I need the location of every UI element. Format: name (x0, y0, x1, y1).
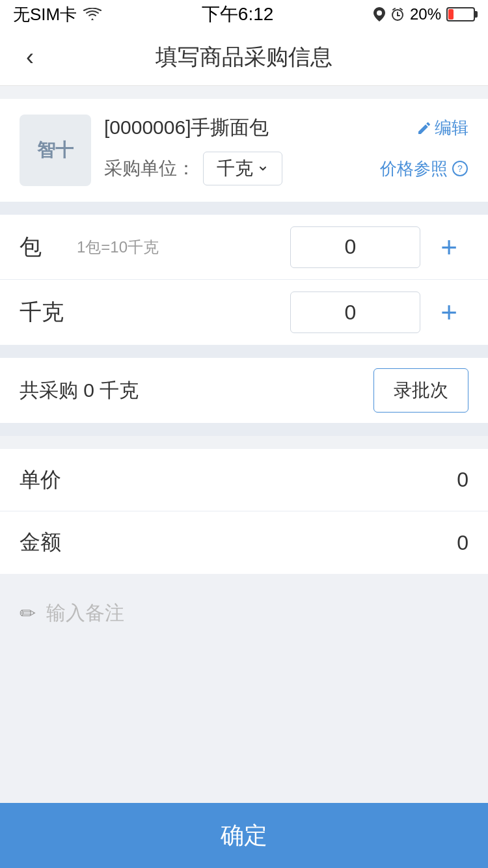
edit-button[interactable]: 编辑 (416, 116, 468, 139)
unit-price-label: 单价 (20, 466, 61, 495)
batch-button[interactable]: 录批次 (373, 368, 468, 413)
pack-sublabel: 1包=10千克 (77, 237, 159, 258)
confirm-button-label: 确定 (221, 820, 267, 852)
amount-value: 0 (457, 531, 468, 555)
info-icon: ? (452, 160, 468, 177)
pack-label: 包 (20, 232, 72, 262)
unit-price-row: 单价 0 (0, 449, 488, 511)
amount-row: 金额 0 (0, 511, 488, 574)
pencil-icon: ✏ (20, 602, 36, 625)
unit-label: 采购单位： (104, 156, 195, 181)
amount-label: 金额 (20, 528, 61, 557)
price-ref-button[interactable]: 价格参照 ? (380, 157, 468, 180)
unit-row: 采购单位： 千克 价格参照 ? (104, 152, 468, 185)
product-name-row: [0000006]手撕面包 编辑 (104, 115, 468, 141)
wifi-icon (83, 8, 102, 21)
kg-label: 千克 (20, 297, 72, 327)
summary-section: 共采购 0 千克 录批次 (0, 358, 488, 423)
section-divider-3 (0, 423, 488, 436)
status-left: 无SIM卡 (13, 3, 102, 26)
carrier-label: 无SIM卡 (13, 3, 77, 26)
page-title: 填写商品采购信息 (156, 42, 332, 72)
product-name: [0000006]手撕面包 (104, 115, 269, 141)
battery-label: 20% (410, 5, 441, 23)
edit-icon (416, 120, 432, 136)
svg-text:?: ? (457, 163, 463, 174)
product-info: [0000006]手撕面包 编辑 采购单位： 千克 价格参照 (104, 115, 468, 185)
status-time: 下午6:12 (202, 2, 274, 27)
kg-plus-button[interactable]: + (429, 293, 468, 332)
status-bar: 无SIM卡 下午6:12 20% (0, 0, 488, 29)
product-image: 智十 (20, 115, 91, 186)
battery-icon (446, 7, 475, 21)
summary-row: 共采购 0 千克 录批次 (0, 358, 488, 423)
kg-quantity-input[interactable] (290, 292, 420, 333)
unit-selector-area: 采购单位： 千克 (104, 152, 282, 185)
svg-point-0 (377, 10, 382, 16)
summary-text: 共采购 0 千克 (20, 377, 139, 404)
pack-quantity-input[interactable] (290, 226, 420, 268)
svg-line-5 (400, 8, 402, 10)
notes-section[interactable]: ✏ 输入备注 (0, 574, 488, 652)
location-icon (373, 7, 385, 21)
section-divider-2 (0, 345, 488, 358)
kg-input-row: 千克 + (0, 280, 488, 345)
pack-input-row: 包 1包=10千克 + (0, 215, 488, 280)
confirm-button[interactable]: 确定 (0, 803, 488, 868)
nav-bar: ‹ 填写商品采购信息 (0, 29, 488, 86)
product-card: 智十 [0000006]手撕面包 编辑 采购单位： 千克 (0, 99, 488, 202)
status-right: 20% (373, 5, 475, 23)
pack-field-wrap: + (159, 226, 468, 268)
back-button[interactable]: ‹ (20, 37, 40, 77)
unit-price-value: 0 (457, 468, 468, 492)
kg-field-wrap: + (72, 292, 468, 333)
pack-plus-button[interactable]: + (429, 228, 468, 267)
chevron-down-icon (257, 163, 269, 174)
input-section: 包 1包=10千克 + 千克 + (0, 215, 488, 345)
alarm-icon (390, 7, 405, 21)
price-info-section: 单价 0 金额 0 (0, 449, 488, 574)
section-divider-1 (0, 202, 488, 215)
unit-select[interactable]: 千克 (203, 152, 282, 185)
notes-placeholder: 输入备注 (46, 600, 124, 627)
svg-line-4 (393, 8, 395, 10)
